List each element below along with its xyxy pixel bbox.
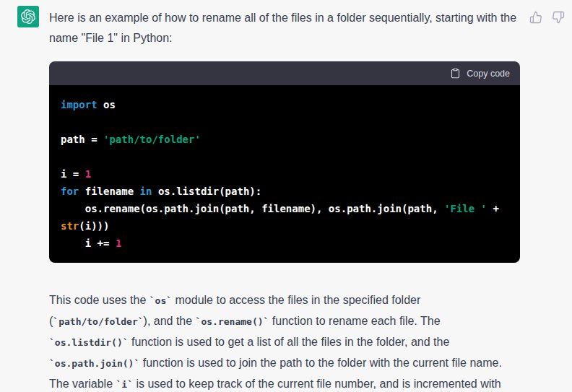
code-line: path = 'path/to/folder' (61, 131, 508, 148)
code-content: import ospath = 'path/to/folder'i = 1for… (49, 85, 520, 263)
inline-code: `i` (116, 379, 133, 390)
code-block-header: Copy code (49, 61, 520, 85)
assistant-avatar (17, 6, 39, 27)
code-line: for filename in os.listdir(path): (61, 183, 508, 200)
code-block: Copy code import ospath = 'path/to/folde… (49, 61, 520, 263)
explanation-text: This code uses the `os` module to access… (49, 290, 520, 392)
code-line: i += 1 (61, 235, 508, 252)
openai-logo-icon (21, 9, 35, 24)
thumbs-down-button[interactable] (552, 11, 565, 24)
thumbs-down-icon (552, 11, 565, 24)
copy-code-button[interactable]: Copy code (450, 68, 510, 79)
inline-code: `os.path.join()` (49, 358, 139, 369)
code-line: i = 1 (61, 165, 508, 183)
thumbs-up-button[interactable] (529, 11, 542, 24)
code-line (61, 113, 508, 131)
assistant-message: Here is an example of how to rename all … (0, 0, 572, 392)
inline-code: `os.rename()` (196, 316, 269, 327)
message-content: Here is an example of how to rename all … (49, 6, 520, 392)
code-line: os.rename(os.path.join(path, filename), … (61, 200, 508, 235)
inline-code: `path/to/folder` (53, 316, 143, 327)
code-line (61, 148, 508, 165)
inline-code: `os` (150, 295, 172, 306)
message-intro-text: Here is an example of how to rename all … (49, 8, 520, 48)
message-actions (529, 11, 565, 24)
code-line: import os (61, 96, 508, 113)
copy-code-label: Copy code (467, 69, 510, 79)
inline-code: `os.listdir()` (49, 337, 129, 348)
clipboard-icon (450, 68, 461, 79)
thumbs-up-icon (529, 11, 542, 24)
